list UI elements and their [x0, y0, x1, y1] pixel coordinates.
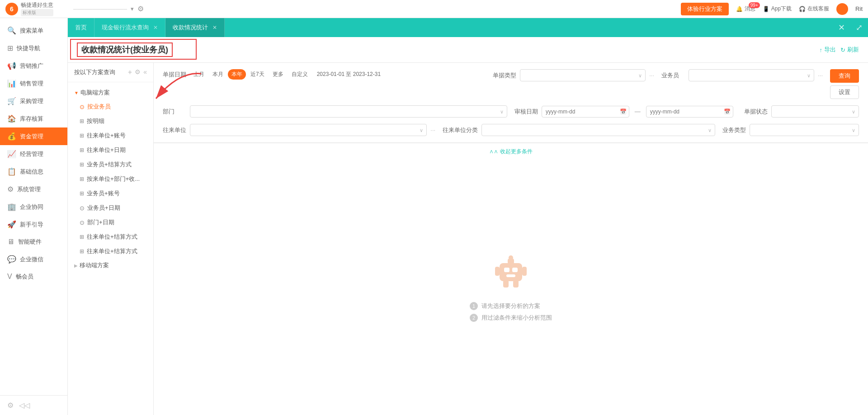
tab-bank-close[interactable]: ✕	[153, 24, 158, 31]
bill-status-select[interactable]	[771, 105, 859, 118]
tab-close-all-btn[interactable]: ✕	[833, 23, 850, 33]
scheme-item-counterpart-date[interactable]: ⊞ 往来单位+日期	[73, 143, 153, 157]
marketing-icon: 📢	[7, 61, 16, 70]
date-tab-7days[interactable]: 近7天	[247, 69, 268, 80]
biz-type-filter-group: 业务类型	[722, 124, 859, 136]
scheme-add-icon[interactable]: +	[128, 68, 132, 76]
query-button[interactable]: 查询	[830, 69, 859, 83]
user-avatar[interactable]	[836, 3, 848, 15]
sidebar-item-guide[interactable]: 🚀 新手引导	[0, 216, 67, 233]
scheme-group-mobile-label: 移动端方案	[80, 261, 109, 269]
collapse-bar[interactable]: ∧∧ 收起更多条件	[154, 143, 868, 160]
scheme-item-detail-label: 按明细	[87, 117, 104, 125]
tab-receipt-close[interactable]: ✕	[212, 24, 217, 31]
sidebar-item-search[interactable]: 🔍 搜索菜单	[0, 22, 67, 39]
sidebar-item-finance[interactable]: 💰 资金管理	[0, 127, 67, 145]
scheme-item-csettle2[interactable]: ⊞ 往来单位+结算方式	[73, 230, 153, 244]
dept-filter-group: 部门	[163, 105, 507, 118]
scheme-item-salesman-settle[interactable]: ⊞ 业务员+结算方式	[73, 157, 153, 172]
sidebar-item-system[interactable]: ⚙ 系统管理	[0, 180, 67, 198]
sidebar-item-enterprise[interactable]: 🏢 企业协同	[0, 198, 67, 216]
tab-home[interactable]: 首页	[68, 18, 94, 37]
svg-rect-6	[495, 267, 500, 276]
counterpart-cat-select[interactable]	[481, 124, 715, 136]
notification-item[interactable]: 🔔 消息 99+	[736, 5, 755, 13]
sales-icon: 📊	[7, 79, 16, 88]
sidebar-nav: 🔍 搜索菜单 ⊞ 快捷导航 📢 营销推广 📊 销售管理 🛒 采购管理 🏠	[0, 18, 67, 395]
salesman-more-btn[interactable]: ···	[818, 72, 823, 79]
date-dash: —	[633, 108, 642, 115]
triangle-down-icon: ▼	[74, 90, 79, 95]
triangle-right-icon: ▶	[74, 263, 78, 268]
settings-button[interactable]: 设置	[830, 85, 859, 99]
audit-end-input[interactable]	[646, 106, 734, 118]
tab-bank[interactable]: 现金银行流水查询 ✕	[94, 18, 165, 37]
sidebar-item-basics[interactable]: 📋 基础信息	[0, 163, 67, 180]
sidebar-item-hardware[interactable]: 🖥 智能硬件	[0, 233, 67, 250]
sidebar-item-warehouse[interactable]: 🏠 库存核算	[0, 110, 67, 127]
sidebar-label-marketing: 营销推广	[20, 62, 43, 70]
salesman-select[interactable]	[689, 69, 814, 81]
collapse-sidebar-icon[interactable]: ◁◁	[19, 401, 30, 410]
type-more-btn[interactable]: ···	[649, 72, 654, 79]
scheme-ca-icon: ⊞	[80, 132, 84, 139]
scheme-item-salesman[interactable]: ⊙ 按业务员	[73, 99, 153, 114]
sidebar-label-warehouse: 库存核算	[20, 115, 43, 123]
counterpart-label: 往来单位	[163, 126, 186, 134]
scheme-item-salesman-date[interactable]: ⊙ 业务员+日期	[73, 201, 153, 215]
type-select[interactable]	[520, 69, 646, 81]
date-tab-custom[interactable]: 自定义	[288, 69, 311, 80]
sidebar-item-sales[interactable]: 📊 销售管理	[0, 75, 67, 92]
sidebar-item-member[interactable]: V 畅会员	[0, 268, 67, 285]
refresh-button[interactable]: ↻ 刷新	[840, 46, 859, 54]
trial-button[interactable]: 体验行业方案	[681, 3, 729, 15]
gear-icon[interactable]: ⚙	[137, 5, 144, 13]
tab-home-label: 首页	[75, 24, 87, 32]
scheme-group-desktop-header[interactable]: ▼ 电脑端方案	[68, 86, 153, 99]
scheme-item-detail[interactable]: ⊞ 按明细	[73, 114, 153, 128]
sidebar-item-marketing[interactable]: 📢 营销推广	[0, 57, 67, 75]
dept-select[interactable]	[190, 105, 507, 118]
date-tab-more[interactable]: 更多	[269, 69, 287, 80]
scheme-item-dept[interactable]: ⊞ 按来单位+部门+收...	[73, 172, 153, 186]
sidebar-item-operations[interactable]: 📈 经营管理	[0, 145, 67, 163]
scheme-item-counterpart-account[interactable]: ⊞ 往来单位+账号	[73, 128, 153, 143]
scheme-item-dept-date[interactable]: ⊙ 部门+日期	[73, 215, 153, 230]
filter-row-1: 单据日期 上月 本月 本年 近7天 更多 自定义 2023-01-01 至 20…	[163, 69, 859, 99]
sidebar-item-quicknav[interactable]: ⊞ 快捷导航	[0, 39, 67, 57]
svg-rect-7	[522, 267, 527, 276]
sidebar-item-wechat[interactable]: 💬 企业微信	[0, 250, 67, 268]
counterpart-more-btn[interactable]: ···	[430, 127, 435, 133]
empty-tips: 1 请先选择要分析的方案 2 用过滤条件来缩小分析范围	[470, 302, 552, 325]
scheme-group-mobile-header[interactable]: ▶ 移动端方案	[68, 259, 153, 272]
audit-end-wrapper	[646, 106, 734, 118]
dropdown-arrow[interactable]: ▾	[131, 5, 134, 12]
scheme-settings-icon[interactable]: ⚙	[135, 68, 141, 76]
guide-icon: 🚀	[7, 220, 16, 229]
scheme-collapse-icon[interactable]: «	[143, 68, 147, 76]
sidebar-label-operations: 经营管理	[20, 150, 43, 158]
biz-type-select[interactable]	[750, 124, 859, 136]
scheme-item-csettle3[interactable]: ⊞ 往来单位+结算方式	[73, 244, 153, 259]
scheme-item-ss-label: 业务员+结算方式	[87, 160, 132, 169]
export-button[interactable]: ↑ 导出	[820, 46, 836, 54]
date-tab-lastmonth[interactable]: 上月	[190, 69, 208, 80]
scheme-item-salesman-account[interactable]: ⊞ 业务员+账号	[73, 186, 153, 201]
sidebar-item-purchase[interactable]: 🛒 采购管理	[0, 92, 67, 110]
settings-icon[interactable]: ⚙	[7, 401, 14, 410]
warehouse-icon: 🏠	[7, 114, 16, 123]
audit-start-input[interactable]	[542, 106, 629, 118]
tip-num-2: 2	[470, 314, 478, 322]
date-tab-thisyear[interactable]: 本年	[228, 69, 246, 80]
tab-expand-btn[interactable]: ⤢	[850, 23, 868, 33]
sidebar-label-member: 畅会员	[16, 273, 33, 281]
date-tab-thismonth[interactable]: 本月	[209, 69, 227, 80]
counterpart-select[interactable]	[190, 124, 427, 136]
online-service-item[interactable]: 🎧 在线客服	[799, 5, 829, 13]
finance-icon: 💰	[7, 132, 16, 141]
tab-receipt[interactable]: 收款情况统计 ✕	[165, 18, 225, 37]
app-download-item[interactable]: 📱 App下载	[763, 5, 792, 13]
page-header: 收款情况统计(按业务员) ↑ 导出 ↻ 刷新	[68, 37, 868, 63]
refresh-icon: ↻	[840, 47, 845, 53]
bell-icon: 🔔	[736, 6, 743, 12]
